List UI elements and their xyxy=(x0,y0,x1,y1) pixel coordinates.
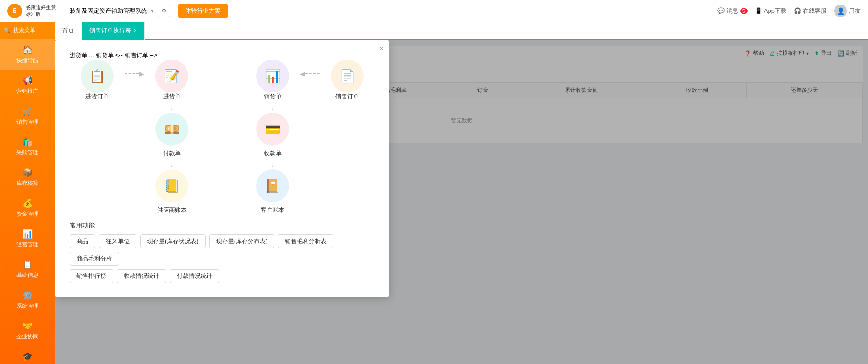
message-badge: 5 xyxy=(740,8,748,14)
marketing-icon: 📢 xyxy=(22,76,33,86)
sidebar-label-quick-guide: 快捷导航 xyxy=(16,57,38,65)
sidebar-label-operations: 经营管理 xyxy=(16,241,38,249)
btn-receipt-stats[interactable]: 收款情况统计 xyxy=(117,269,166,283)
sales-order-circle: 📄 xyxy=(331,60,364,92)
sidebar-item-finance[interactable]: 💰 资金管理 xyxy=(0,193,55,223)
receipt-circle[interactable]: 💳 xyxy=(256,113,289,146)
top-bar: 6 畅康通好生意 标准版 装备及固定资产辅助管理系统 ▾ ⚙ 体验行业方案 💬 … xyxy=(0,0,868,22)
search-menu-label: 搜索菜单 xyxy=(13,27,35,34)
user-name: 用友 xyxy=(849,7,861,15)
guide-icon: 🎓 xyxy=(22,352,33,362)
system-name: 装备及固定资产辅助管理系统 xyxy=(70,7,147,15)
online-service-group[interactable]: 🎧 在线客服 xyxy=(794,7,827,15)
purchase-icon: 🛍️ xyxy=(22,137,33,147)
app-download-icon: 📱 xyxy=(755,7,762,14)
main-layout: 🔍 搜索菜单 🏠 快捷导航 📢 营销推广 🛒 销售管理 🛍️ 采购管理 📦 xyxy=(0,22,868,364)
btn-sales-gross-analysis[interactable]: 销售毛利分析表 xyxy=(278,234,333,248)
sidebar-item-inventory[interactable]: 📦 库存核算 xyxy=(0,162,55,193)
popup-close-button[interactable]: × xyxy=(379,44,384,54)
message-group[interactable]: 💬 消息 5 xyxy=(717,7,748,15)
enterprise-icon: 🤝 xyxy=(22,321,33,331)
sidebar-item-quick-guide[interactable]: 🏠 快捷导航 xyxy=(0,39,55,70)
operations-icon: 📊 xyxy=(22,229,33,239)
finance-icon: 💰 xyxy=(22,198,33,208)
btn-sales-ranking[interactable]: 销售排行榜 xyxy=(70,269,113,283)
sidebar-label-sales: 销售管理 xyxy=(16,118,38,126)
sidebar-label-purchase: 采购管理 xyxy=(16,149,38,157)
purchase-order-circle: 📋 xyxy=(81,60,114,92)
user-area[interactable]: 👤 用友 xyxy=(834,5,861,17)
flow-node-purchase-order[interactable]: 📋 进货订单 xyxy=(70,60,125,101)
sidebar-label-inventory: 库存核算 xyxy=(16,179,38,187)
quick-guide-icon: 🏠 xyxy=(22,45,33,55)
sidebar-item-enterprise[interactable]: 🤝 企业协同 xyxy=(0,315,55,346)
page-content: ❓ 帮助 🖨 按模板打印 ▾ ⬆ 导出 🔄 刷新 xyxy=(55,40,868,364)
sidebar: 🔍 搜索菜单 🏠 快捷导航 📢 营销推广 🛒 销售管理 🛍️ 采购管理 📦 xyxy=(0,22,55,364)
btn-stock-status[interactable]: 现存量(库存状况表) xyxy=(140,234,206,248)
customer-ledger-circle[interactable]: 📔 xyxy=(256,169,289,202)
headset-icon: 🎧 xyxy=(794,7,801,14)
sidebar-label-sys-mgmt: 系统管理 xyxy=(16,302,38,310)
flow-popup: × 进货单 ... 销货单 <-- 销售订单 --> 📋 进货订 xyxy=(55,40,389,297)
scroll-left-arrow[interactable]: ◀ xyxy=(62,296,66,297)
sidebar-item-sales[interactable]: 🛒 销售管理 xyxy=(0,101,55,131)
app-logo: 6 xyxy=(7,4,22,18)
sidebar-label-finance: 资金管理 xyxy=(16,210,38,218)
tab-home-label: 首页 xyxy=(62,27,74,35)
arrow-down-payment: ↓ xyxy=(170,160,174,168)
sidebar-item-marketing[interactable]: 📢 营销推广 xyxy=(0,70,55,101)
logo-text: 畅康通好生意 标准版 xyxy=(26,4,56,17)
customer-ledger-label: 客户账本 xyxy=(261,206,284,214)
sidebar-item-guide[interactable]: 🎓 新手引导 xyxy=(0,346,55,364)
btn-product[interactable]: 商品 xyxy=(70,234,95,248)
message-icon: 💬 xyxy=(717,7,725,14)
sales-order-label: 销售订单 xyxy=(335,92,359,101)
top-bar-right: 💬 消息 5 📱 App下载 🎧 在线客服 👤 用友 xyxy=(717,5,861,17)
flow-node-sales-bill[interactable]: 📊 销货单 xyxy=(245,60,300,101)
sales-bill-label: 销货单 xyxy=(264,92,282,101)
online-service-label: 在线客服 xyxy=(803,7,827,15)
search-menu-item[interactable]: 🔍 搜索菜单 xyxy=(0,22,55,39)
search-icon: 🔍 xyxy=(4,27,11,34)
message-label: 消息 xyxy=(726,7,738,15)
flow-popup-overlay: × 进货单 ... 销货单 <-- 销售订单 --> 📋 进货订 xyxy=(55,40,868,364)
sales-bill-circle: 📊 xyxy=(256,60,289,92)
tab-sales-order[interactable]: 销售订单执行表 × xyxy=(82,22,145,40)
arrow-down-sales: ↓ xyxy=(271,103,274,112)
purchase-receipt-label: 进货单 xyxy=(163,92,181,101)
sidebar-item-sys-mgmt[interactable]: ⚙️ 系统管理 xyxy=(0,285,55,315)
btn-product-gross-analysis[interactable]: 商品毛利分析 xyxy=(70,252,119,266)
sidebar-label-enterprise: 企业协同 xyxy=(16,333,38,341)
payment-circle[interactable]: 💴 xyxy=(155,113,188,146)
sidebar-item-basic-info[interactable]: 📋 基础信息 xyxy=(0,254,55,285)
sidebar-item-operations[interactable]: 📊 经营管理 xyxy=(0,223,55,254)
sales-icon: 🛒 xyxy=(22,106,33,116)
supplier-ledger-circle[interactable]: 📒 xyxy=(155,169,188,202)
tab-bar: 首页 销售订单执行表 × xyxy=(55,22,868,40)
scroll-right-arrow[interactable]: ▶ xyxy=(378,296,382,297)
inventory-icon: 📦 xyxy=(22,168,33,178)
tab-home[interactable]: 首页 xyxy=(55,22,82,40)
arrow-down-purchase: ↓ xyxy=(170,103,174,112)
settings-button[interactable]: ⚙ xyxy=(158,5,170,17)
btn-payment-stats[interactable]: 付款情况统计 xyxy=(170,269,219,283)
flow-node-sales-order[interactable]: 📄 销售订单 xyxy=(320,60,375,101)
sidebar-item-purchase[interactable]: 🛍️ 采购管理 xyxy=(0,131,55,162)
btn-contacts[interactable]: 往来单位 xyxy=(99,234,136,248)
btn-stock-distribution[interactable]: 现存量(库存分布表) xyxy=(209,234,275,248)
sidebar-label-basic-info: 基础信息 xyxy=(16,272,38,279)
logo-area: 6 畅康通好生意 标准版 xyxy=(7,4,62,18)
sidebar-label-marketing: 营销推广 xyxy=(16,87,38,95)
common-buttons-row2: 销售排行榜 收款情况统计 付款情况统计 xyxy=(70,269,375,283)
system-dropdown-icon[interactable]: ▾ xyxy=(151,7,154,14)
app-download-label: App下载 xyxy=(764,7,786,15)
trial-button[interactable]: 体验行业方案 xyxy=(178,4,228,18)
flow-node-purchase-receipt[interactable]: 📝 进货单 xyxy=(144,60,199,101)
tab-sales-order-label: 销售订单执行表 xyxy=(89,27,131,35)
app-download-group[interactable]: 📱 App下载 xyxy=(755,7,786,15)
purchase-receipt-circle: 📝 xyxy=(155,60,188,92)
tab-close-icon[interactable]: × xyxy=(134,27,137,34)
content-area: 首页 销售订单执行表 × ❓ 帮助 🖨 按模板打印 xyxy=(55,22,868,364)
receipt-label: 收款单 xyxy=(264,149,282,158)
purchase-order-label: 进货订单 xyxy=(85,92,109,101)
